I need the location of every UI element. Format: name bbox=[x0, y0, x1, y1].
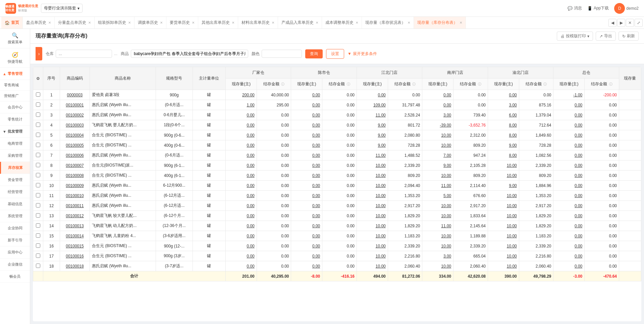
row-nanan-qty[interactable]: 10.00 bbox=[422, 130, 453, 140]
row-factory-qty[interactable]: 1.00 bbox=[225, 100, 257, 110]
row-nanan-qty[interactable]: 9.00 bbox=[422, 160, 453, 171]
sidebar-item-enterprise-wechat[interactable]: 企业微信 bbox=[0, 259, 30, 271]
app-download-btn[interactable]: 📱 App下载 bbox=[587, 5, 609, 11]
close-icon[interactable]: ✕ bbox=[48, 21, 51, 25]
tab-material-out[interactable]: 材料出库单历史 ✕ bbox=[238, 17, 278, 29]
sidebar-item-marketing[interactable]: 营销推广 bbox=[0, 91, 30, 101]
row-checkbox-cell[interactable] bbox=[33, 110, 43, 120]
row-total-qty[interactable]: 0.00 bbox=[553, 120, 585, 130]
row-jiangbei-qty[interactable]: 10.00 bbox=[357, 231, 388, 241]
row-code[interactable]: 00100014 bbox=[60, 231, 90, 241]
row-total-qty[interactable]: 0.00 bbox=[553, 191, 585, 201]
row-nanan-qty[interactable]: 10.00 bbox=[422, 231, 453, 241]
row-code[interactable]: 0000003 bbox=[60, 90, 90, 100]
row-checkbox-cell[interactable] bbox=[33, 241, 43, 251]
row-factory-qty[interactable]: 0.00 bbox=[225, 231, 257, 241]
row-checkbox-cell[interactable] bbox=[33, 261, 43, 271]
nav-expand-btn[interactable]: ⤢ bbox=[635, 19, 643, 27]
row-nanan-qty[interactable]: 10.00 bbox=[422, 211, 453, 221]
row-code[interactable]: 00100002 bbox=[60, 110, 90, 120]
row-checkbox[interactable] bbox=[36, 203, 40, 207]
row-checkbox[interactable] bbox=[36, 92, 40, 97]
row-checkbox[interactable] bbox=[36, 193, 40, 197]
row-total-qty[interactable]: 0.00 bbox=[553, 181, 585, 191]
search-btn[interactable]: 查询 bbox=[305, 49, 323, 58]
row-nanan-qty[interactable]: 3.00 bbox=[422, 251, 453, 261]
row-jiangbei-qty[interactable]: 11.00 bbox=[357, 150, 388, 160]
row-yubei-qty[interactable]: 3.00 bbox=[488, 100, 519, 110]
row-chenshi-qty[interactable]: 0.00 bbox=[291, 160, 322, 171]
row-yubei-qty[interactable]: 10.00 bbox=[488, 231, 519, 241]
row-code[interactable]: 00100015 bbox=[60, 241, 90, 251]
sidebar-item-cooperation[interactable]: 企业协同 bbox=[0, 222, 30, 234]
row-code[interactable]: 00100004 bbox=[60, 130, 90, 140]
row-jiangbei-qty[interactable]: 0.00 bbox=[357, 90, 388, 100]
row-factory-qty[interactable]: 200.00 bbox=[225, 90, 257, 100]
warehouse-dots[interactable]: ... bbox=[114, 51, 117, 56]
row-total-qty[interactable]: 0.00 bbox=[553, 150, 585, 160]
row-yubei-qty[interactable]: 10.00 bbox=[488, 211, 519, 221]
close-icon[interactable]: ✕ bbox=[128, 21, 131, 25]
tab-finished-in[interactable]: 产成品入库单历史 ✕ bbox=[278, 17, 322, 29]
row-checkbox-cell[interactable] bbox=[33, 221, 43, 231]
close-icon[interactable]: ✕ bbox=[160, 21, 163, 25]
row-nanan-qty[interactable]: 10.00 bbox=[422, 261, 453, 271]
row-jiangbei-qty[interactable]: 9.00 bbox=[357, 120, 388, 130]
warehouse-input[interactable] bbox=[56, 50, 112, 58]
sidebar-item-app-center[interactable]: 应用中心 bbox=[0, 246, 30, 259]
row-checkbox-cell[interactable] bbox=[33, 201, 43, 211]
row-chenshi-qty[interactable]: 0.00 bbox=[291, 251, 322, 261]
row-chenshi-qty[interactable]: 0.00 bbox=[291, 231, 322, 241]
sidebar-item-member[interactable]: 会员中心 bbox=[0, 101, 30, 113]
row-yubei-qty[interactable]: 8.00 bbox=[488, 130, 519, 140]
row-code[interactable]: 00100013 bbox=[60, 221, 90, 231]
col-settings[interactable]: ⚙ bbox=[33, 67, 43, 90]
row-factory-qty[interactable]: 0.00 bbox=[225, 150, 257, 160]
row-chenshi-qty[interactable]: 0.00 bbox=[291, 110, 322, 120]
row-total-qty[interactable]: 0.00 bbox=[553, 231, 585, 241]
row-checkbox-cell[interactable] bbox=[33, 90, 43, 100]
sidebar-item-member-app[interactable]: 畅会员 bbox=[0, 271, 30, 283]
row-chenshi-qty[interactable]: 0.00 bbox=[291, 140, 322, 150]
row-total-qty[interactable]: 0.00 bbox=[553, 110, 585, 120]
row-code[interactable]: 00100016 bbox=[60, 251, 90, 261]
row-jiangbei-qty[interactable]: 109.00 bbox=[357, 100, 388, 110]
tab-stock-distribution[interactable]: 现存量（库存分布表） ✕ bbox=[414, 17, 466, 29]
tab-requisition[interactable]: 要货单历史 ✕ bbox=[166, 17, 198, 29]
row-total-qty[interactable]: 0.00 bbox=[553, 251, 585, 261]
row-total-qty[interactable]: 0.00 bbox=[553, 241, 585, 251]
row-code[interactable]: 00100006 bbox=[60, 150, 90, 160]
row-checkbox-cell[interactable] bbox=[33, 211, 43, 221]
row-total-qty[interactable]: 0.00 bbox=[553, 261, 585, 271]
row-code[interactable]: 00100008 bbox=[60, 171, 90, 181]
user-profile[interactable]: D demo2 bbox=[614, 3, 639, 14]
row-yubei-qty[interactable]: 8.00 bbox=[488, 150, 519, 160]
row-chenshi-qty[interactable]: 0.00 bbox=[291, 211, 322, 221]
row-nanan-qty[interactable]: 10.00 bbox=[422, 140, 453, 150]
tab-split-check[interactable]: 分量盘点单历史 ✕ bbox=[55, 17, 95, 29]
row-yubei-qty[interactable]: 10.00 bbox=[488, 221, 519, 231]
row-checkbox[interactable] bbox=[36, 112, 40, 117]
print-btn[interactable]: 🖨 按模版打印 ▾ bbox=[557, 32, 593, 41]
row-checkbox-cell[interactable] bbox=[33, 140, 43, 150]
row-checkbox[interactable] bbox=[36, 243, 40, 248]
row-factory-qty[interactable]: 0.00 bbox=[225, 110, 257, 120]
sidebar-item-system[interactable]: 系统管理 bbox=[0, 210, 30, 222]
toggle-sidebar-btn[interactable]: › bbox=[36, 47, 42, 60]
row-nanan-qty[interactable]: 10.00 bbox=[422, 201, 453, 211]
tab-other-out[interactable]: 其他出库单历史 ✕ bbox=[198, 17, 238, 29]
sidebar-item-retail-store[interactable]: 零售商城 bbox=[0, 80, 30, 91]
row-jiangbei-qty[interactable]: 10.00 bbox=[357, 181, 388, 191]
tab-cost-adjust[interactable]: 成本调整单历史 ✕ bbox=[322, 17, 362, 29]
row-code[interactable]: 00100009 bbox=[60, 181, 90, 191]
color-input[interactable] bbox=[262, 50, 302, 58]
nav-prev-btn[interactable]: ◀ bbox=[608, 19, 616, 27]
row-jiangbei-qty[interactable]: 10.00 bbox=[357, 201, 388, 211]
row-code[interactable]: 00100010 bbox=[60, 191, 90, 201]
row-yubei-qty[interactable]: 8.00 bbox=[488, 120, 519, 130]
row-yubei-qty[interactable]: 10.00 bbox=[488, 171, 519, 181]
close-icon[interactable]: ✕ bbox=[356, 21, 358, 25]
row-total-qty[interactable]: -1.00 bbox=[553, 90, 585, 100]
sidebar-item-retail-stats[interactable]: 零售统计 bbox=[0, 113, 30, 126]
close-icon[interactable]: ✕ bbox=[88, 21, 91, 25]
